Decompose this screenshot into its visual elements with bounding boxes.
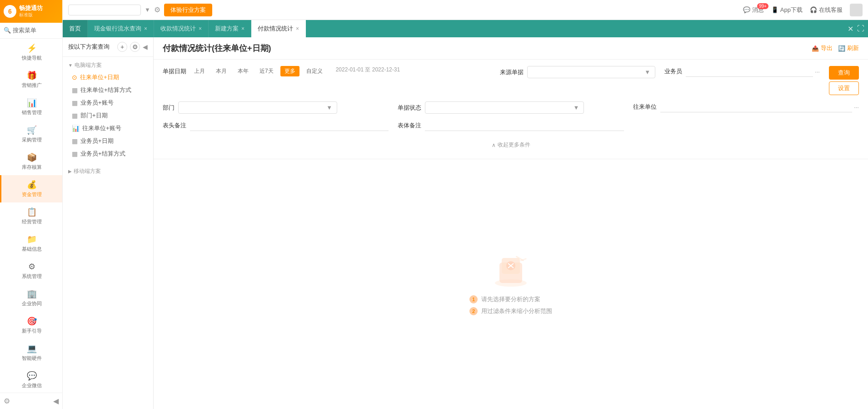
right-content: 付款情况统计(往来单位+日期) 📤 导出 🔄 刷新	[154, 37, 868, 409]
sidebar-item-hardware[interactable]: 💻 智能硬件	[0, 339, 62, 366]
scheme-item-unit-account[interactable]: 📊 往来单位+账号	[68, 122, 148, 135]
collapse-bar[interactable]: ∧ 收起更多条件	[163, 137, 859, 152]
app-download-action[interactable]: 📱 App下载	[771, 6, 803, 14]
tab-close-all-icon[interactable]: ✕	[848, 25, 853, 33]
sidebar-settings-icon[interactable]: ⚙	[4, 397, 10, 405]
mobile-scheme-label: 移动端方案	[74, 167, 101, 175]
header-note-input[interactable]	[190, 120, 389, 131]
sidebar-item-wechat[interactable]: 💬 企业微信	[0, 366, 62, 393]
sidebar-item-system[interactable]: ⚙ 系统管理	[0, 257, 62, 284]
this-month-btn[interactable]: 本月	[212, 66, 231, 76]
partner-input[interactable]	[660, 101, 852, 112]
sidebar-item-basic-info[interactable]: 📁 基础信息	[0, 230, 62, 257]
sidebar: 6 畅捷通坊 标准版 🔍 搜索菜单 ⚡ 快捷导航 🎁 营销推广 📊 销售管理 🛒…	[0, 0, 63, 409]
finance-label: 资金管理	[22, 191, 42, 198]
setting-button[interactable]: 设置	[829, 81, 859, 95]
wechat-label: 企业微信	[22, 382, 42, 389]
quick-nav-icon: ⚡	[27, 43, 37, 53]
scheme-item-unit-settle[interactable]: ▦ 往来单位+结算方式	[68, 84, 148, 96]
last-month-btn[interactable]: 上月	[190, 66, 209, 76]
partner-more-icon[interactable]: ···	[854, 104, 859, 111]
scheme-item-staff-settle[interactable]: ▦ 业务员+结算方式	[68, 147, 148, 160]
topbar-gear-icon[interactable]: ⚙	[154, 5, 160, 14]
message-action[interactable]: 💬 消息 99+	[743, 6, 764, 14]
sidebar-item-inventory[interactable]: 📦 库存核算	[0, 148, 62, 175]
scheme-item-staff-account[interactable]: ▦ 业务员+账号	[68, 96, 148, 109]
receipt-status-select[interactable]: ▼	[425, 101, 584, 114]
tab-new-scheme-close[interactable]: ×	[241, 25, 244, 32]
main: ▼ ⚙ 体验行业方案 💬 消息 99+ 📱 App下载 🎧 在线客服 首页	[63, 0, 868, 409]
sidebar-item-purchase[interactable]: 🛒 采购管理	[0, 121, 62, 148]
tab-receipt[interactable]: 收款情况统计 ×	[154, 20, 209, 37]
headset-icon: 🎧	[810, 6, 817, 13]
this-year-btn[interactable]: 本年	[234, 66, 253, 76]
body-note-input[interactable]	[425, 120, 624, 131]
app-download-icon: 📱	[771, 6, 778, 13]
staff-settle-label: 业务员+结算方式	[80, 150, 125, 158]
tab-bank-close[interactable]: ×	[144, 25, 147, 32]
sidebar-collapse-icon[interactable]: ◀	[53, 397, 59, 405]
tab-receipt-close[interactable]: ×	[199, 25, 202, 32]
scheme-item-staff-date[interactable]: ▦ 业务员+日期	[68, 135, 148, 147]
dept-dropdown-icon: ▼	[326, 104, 332, 111]
tabs-bar: 首页 现金银行流水查询 × 收款情况统计 × 新建方案 × 付款情况统计 × ✕…	[63, 20, 868, 37]
topbar-dropdown-icon[interactable]: ▼	[145, 6, 150, 13]
tip-text-1: 请先选择要分析的方案	[481, 295, 540, 303]
filter-row-3: 表头备注 表体备注	[163, 120, 859, 131]
sidebar-item-enterprise[interactable]: 🏢 企业协同	[0, 284, 62, 312]
mobile-scheme-group-title[interactable]: ▶ 移动端方案	[68, 166, 148, 177]
scheme-settings-button[interactable]: ⚙	[130, 42, 140, 52]
receipt-status-dropdown-icon: ▼	[573, 104, 579, 111]
tab-expand-icon[interactable]: ⛶	[857, 25, 864, 33]
refresh-button[interactable]: 🔄 刷新	[838, 44, 859, 52]
last-7days-btn[interactable]: 近7天	[255, 66, 278, 76]
scheme-item-unit-date[interactable]: ⊙ 往来单位+日期	[68, 71, 148, 84]
dept-select[interactable]: ▼	[178, 101, 337, 114]
sales-icon: 📊	[27, 98, 37, 108]
scheme-item-dept-date[interactable]: ▦ 部门+日期	[68, 109, 148, 122]
tab-new-scheme[interactable]: 新建方案 ×	[209, 20, 251, 37]
collapse-label: 收起更多条件	[498, 141, 530, 149]
custom-btn[interactable]: 自定义	[302, 66, 327, 76]
desktop-scheme-group-title[interactable]: ▼ 电脑端方案	[68, 60, 148, 71]
sidebar-item-guide[interactable]: 🎯 新手引导	[0, 312, 62, 339]
sidebar-item-marketing[interactable]: 🎁 营销推广	[0, 66, 62, 93]
export-icon: 📤	[812, 45, 819, 52]
header-note-filter: 表头备注	[163, 120, 389, 131]
tab-payment-close[interactable]: ×	[296, 25, 299, 32]
online-service-action[interactable]: 🎧 在线客服	[810, 6, 843, 14]
topbar-search-input[interactable]	[68, 5, 141, 15]
sidebar-item-quick-nav[interactable]: ⚡ 快捷导航	[0, 39, 62, 66]
partner-filter: 往来单位 ···	[633, 101, 859, 112]
search-menu[interactable]: 🔍 搜索菜单	[0, 23, 62, 39]
sidebar-item-finance[interactable]: 💰 资金管理	[0, 175, 62, 202]
user-avatar[interactable]	[850, 4, 863, 16]
refresh-label: 刷新	[847, 44, 859, 52]
tab-bank[interactable]: 现金银行流水查询 ×	[88, 20, 154, 37]
tab-home[interactable]: 首页	[63, 20, 88, 37]
source-select[interactable]: ▼	[527, 66, 655, 78]
sidebar-nav: ⚡ 快捷导航 🎁 营销推广 📊 销售管理 🛒 采购管理 📦 库存核算 💰 资金管…	[0, 39, 62, 393]
add-scheme-button[interactable]: +	[117, 42, 127, 52]
tip-num-2: 2	[469, 307, 478, 315]
date-range-display: 2022-01-01 至 2022-12-31	[336, 66, 491, 74]
staff-input[interactable]	[686, 66, 813, 77]
message-badge: 99+	[757, 3, 768, 9]
query-button[interactable]: 查询	[829, 66, 859, 80]
staff-more-icon[interactable]: ···	[815, 68, 820, 75]
topbar-actions: 💬 消息 99+ 📱 App下载 🎧 在线客服	[743, 4, 863, 16]
tab-receipt-label: 收款情况统计	[160, 25, 196, 33]
more-btn[interactable]: 更多	[280, 66, 299, 76]
export-button[interactable]: 📤 导出	[812, 44, 833, 52]
scheme-collapse-icon[interactable]: ◀	[143, 43, 148, 50]
export-label: 导出	[821, 44, 833, 52]
enterprise-icon: 🏢	[27, 289, 37, 299]
sidebar-item-operation[interactable]: 📋 经营管理	[0, 202, 62, 230]
staff-date-label: 业务员+日期	[80, 137, 114, 145]
dept-filter: 部门 ▼	[163, 101, 389, 114]
unit-date-label: 往来单位+日期	[80, 73, 119, 81]
body-note-filter: 表体备注	[398, 120, 624, 131]
tab-payment[interactable]: 付款情况统计 ×	[251, 20, 306, 37]
sidebar-item-sales[interactable]: 📊 销售管理	[0, 93, 62, 121]
demo-button[interactable]: 体验行业方案	[164, 4, 212, 16]
